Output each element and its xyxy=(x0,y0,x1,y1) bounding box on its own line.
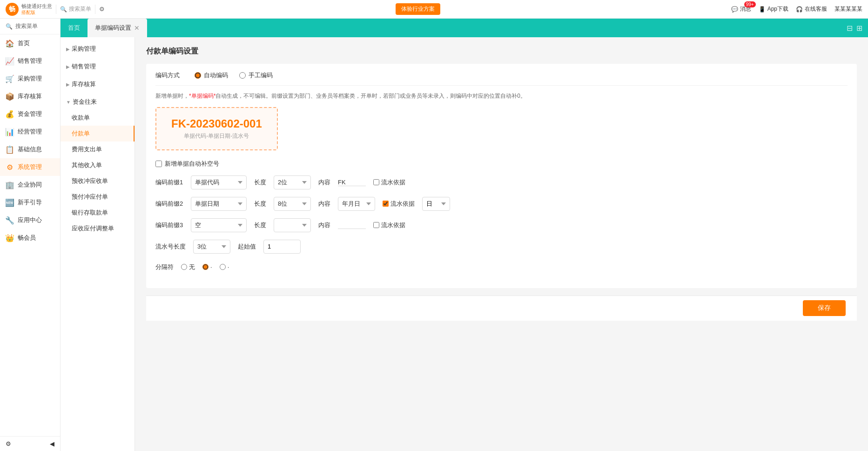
sub-item-payment[interactable]: 付款单 xyxy=(61,126,135,141)
top-bar-right: 💬 消息 99+ 📱 App下载 🎧 在线客服 某某某某某 xyxy=(731,5,862,13)
sidebar-settings-icon[interactable]: ⚙ xyxy=(6,440,11,447)
auto-fill-row: 新增单据自动补空号 xyxy=(155,160,848,168)
prefix2-length-label: 长度 xyxy=(254,200,266,208)
sidebar-item-finance[interactable]: 💰 资金管理 xyxy=(0,105,60,123)
sub-item-bank-deposit[interactable]: 银行存取款单 xyxy=(61,205,135,221)
prefix1-select[interactable]: 单据代码 部门 业务员 空 xyxy=(191,175,247,189)
sidebar-item-appstore[interactable]: 🔧 应用中心 xyxy=(0,211,60,229)
prefix2-stream-checkbox[interactable] xyxy=(383,201,389,207)
arrow-right-icon3: ▶ xyxy=(66,82,70,87)
sidebar-search-icon: 🔍 xyxy=(6,23,13,30)
prefix1-content-input[interactable] xyxy=(338,179,366,186)
coding-method-group: 编码方式 自动编码 手工编码 xyxy=(155,71,848,80)
sidebar: 🔍 搜索菜单 🏠 首页 📈 销售管理 🛒 采购管理 📦 库存核算 💰 xyxy=(0,19,61,451)
radio-auto-label[interactable]: 自动编码 xyxy=(195,71,228,80)
prefix2-content-select[interactable]: 年月日 年月 年 xyxy=(338,197,375,211)
sidebar-search[interactable]: 🔍 搜索菜单 xyxy=(0,19,60,34)
app-download-button[interactable]: 📱 App下载 xyxy=(759,5,788,13)
save-button[interactable]: 保存 xyxy=(803,300,846,316)
prefix3-stream-checkbox[interactable] xyxy=(373,222,379,228)
brand-logo: 畅 xyxy=(6,3,19,16)
prefix3-length-select[interactable]: 2位 4位 xyxy=(274,218,311,232)
sub-group-purchase-title[interactable]: ▶ 采购管理 xyxy=(61,41,135,57)
sub-item-expense[interactable]: 费用支出单 xyxy=(61,141,135,157)
prefix2-length-select[interactable]: 2位 4位 6位 8位 xyxy=(274,197,311,211)
arrow-right-icon2: ▶ xyxy=(66,64,70,69)
sep-dash-label[interactable]: · xyxy=(220,263,229,270)
radio-manual-label[interactable]: 手工编码 xyxy=(239,71,273,80)
prefix2-select[interactable]: 单据日期 部门 业务员 空 xyxy=(191,197,247,211)
sidebar-bottom: ⚙ ◀ xyxy=(0,436,60,451)
sidebar-item-enterprise[interactable]: 🏢 企业协同 xyxy=(0,176,60,194)
sub-item-receipt[interactable]: 收款单 xyxy=(61,110,135,126)
sub-item-prepay-receivable[interactable]: 预收冲应收单 xyxy=(61,173,135,189)
prefix1-stream-group: 流水依据 xyxy=(373,178,405,187)
sidebar-nav: 🏠 首页 📈 销售管理 🛒 采购管理 📦 库存核算 💰 资金管理 📊 经 xyxy=(0,34,60,436)
sidebar-item-basic[interactable]: 📋 基础信息 xyxy=(0,141,60,158)
sub-sidebar: ▶ 采购管理 ▶ 销售管理 ▶ 库存核算 xyxy=(61,37,135,451)
sub-item-prepay-payable[interactable]: 预付冲应付单 xyxy=(61,189,135,205)
prefix1-content-label: 内容 xyxy=(318,178,330,187)
sep-none-label[interactable]: 无 xyxy=(181,263,195,271)
tab-close-icon[interactable]: ✕ xyxy=(134,24,140,32)
form-row-prefix3: 编码前缀3 空 单据代码 部门 业务员 长度 2位 4位 xyxy=(155,218,848,232)
sep-dot-radio[interactable] xyxy=(202,264,209,270)
prefix3-select[interactable]: 空 单据代码 部门 业务员 xyxy=(191,218,247,232)
sub-group-inventory: ▶ 库存核算 xyxy=(61,76,135,92)
serial-length-select[interactable]: 3位 4位 5位 6位 xyxy=(193,240,230,254)
sidebar-item-guide[interactable]: 🆕 新手引导 xyxy=(0,194,60,211)
sidebar-item-inventory[interactable]: 📦 库存核算 xyxy=(0,88,60,105)
sidebar-collapse-icon[interactable]: ◀ xyxy=(50,440,54,447)
prefix1-stream-checkbox[interactable] xyxy=(373,179,379,185)
sub-item-other-income[interactable]: 其他收入单 xyxy=(61,157,135,173)
sidebar-item-sales[interactable]: 📈 销售管理 xyxy=(0,52,60,70)
prefix2-content-label: 内容 xyxy=(318,200,330,208)
member-icon: 👑 xyxy=(6,234,14,242)
app-icon: 📱 xyxy=(759,6,766,13)
sidebar-item-purchase[interactable]: 🛒 采购管理 xyxy=(0,70,60,88)
sep-none-text: 无 xyxy=(189,263,195,271)
sub-item-ar-ap-adjust[interactable]: 应收应付调整单 xyxy=(61,221,135,236)
tab-minimize-icon[interactable]: ⊟ xyxy=(847,24,853,33)
coding-method-label: 编码方式 xyxy=(155,71,180,80)
tab-expand-icon[interactable]: ⊞ xyxy=(856,24,862,33)
top-bar-search-trigger[interactable]: 🔍 搜索菜单 xyxy=(60,5,91,13)
radio-auto-text: 自动编码 xyxy=(204,71,228,80)
prefix1-length-label: 长度 xyxy=(254,178,266,187)
tab-bar-actions: ⊟ ⊞ xyxy=(847,24,868,33)
online-service-button[interactable]: 🎧 在线客服 xyxy=(796,5,827,13)
user-menu[interactable]: 某某某某某 xyxy=(834,5,862,13)
page-footer: 保存 xyxy=(146,296,857,321)
sub-group-inventory-title[interactable]: ▶ 库存核算 xyxy=(61,76,135,92)
auto-fill-checkbox[interactable] xyxy=(155,161,162,167)
settings-icon[interactable]: ⚙ xyxy=(99,6,105,13)
sub-group-capital-title[interactable]: ▼ 资金往来 xyxy=(61,94,135,110)
sep-none-radio[interactable] xyxy=(181,264,187,270)
finance-icon: 💰 xyxy=(6,110,14,118)
sub-group-sales-title[interactable]: ▶ 销售管理 xyxy=(61,59,135,74)
sales-icon: 📈 xyxy=(6,57,14,65)
sep-dot-label[interactable]: · xyxy=(202,263,212,270)
sidebar-item-member[interactable]: 👑 畅会员 xyxy=(0,229,60,247)
prefix3-stream-label: 流水依据 xyxy=(381,221,405,229)
start-value-input[interactable] xyxy=(263,240,301,254)
prefix3-content-input[interactable] xyxy=(338,222,366,229)
sep-dash-radio[interactable] xyxy=(220,264,226,270)
experience-button[interactable]: 体验行业方案 xyxy=(396,3,440,15)
sidebar-item-home[interactable]: 🏠 首页 xyxy=(0,34,60,52)
start-value-label: 起始值 xyxy=(238,242,256,251)
sidebar-item-system[interactable]: ⚙ 系统管理 xyxy=(0,158,60,176)
prefix1-length-select[interactable]: 2位 4位 6位 8位 xyxy=(274,175,311,189)
prefix2-day-select[interactable]: 日 月 年 xyxy=(422,197,450,211)
service-icon: 🎧 xyxy=(796,6,803,13)
tab-voucher-code[interactable]: 单据编码设置 ✕ xyxy=(87,19,147,37)
tab-home[interactable]: 首页 xyxy=(61,19,87,37)
code-preview-desc: 单据代码-单据日期-流水号 xyxy=(171,132,262,140)
sub-group-capital: ▼ 资金往来 收款单 付款单 费用支出单 其他收入单 预收冲应收单 预付冲应付单… xyxy=(61,94,135,236)
radio-auto-input[interactable] xyxy=(195,72,201,79)
content-area: ▶ 采购管理 ▶ 销售管理 ▶ 库存核算 xyxy=(61,37,868,451)
auto-fill-label: 新增单据自动补空号 xyxy=(165,160,219,168)
message-button[interactable]: 💬 消息 99+ xyxy=(731,5,751,13)
radio-manual-input[interactable] xyxy=(239,72,246,79)
sidebar-item-operations[interactable]: 📊 经营管理 xyxy=(0,123,60,141)
